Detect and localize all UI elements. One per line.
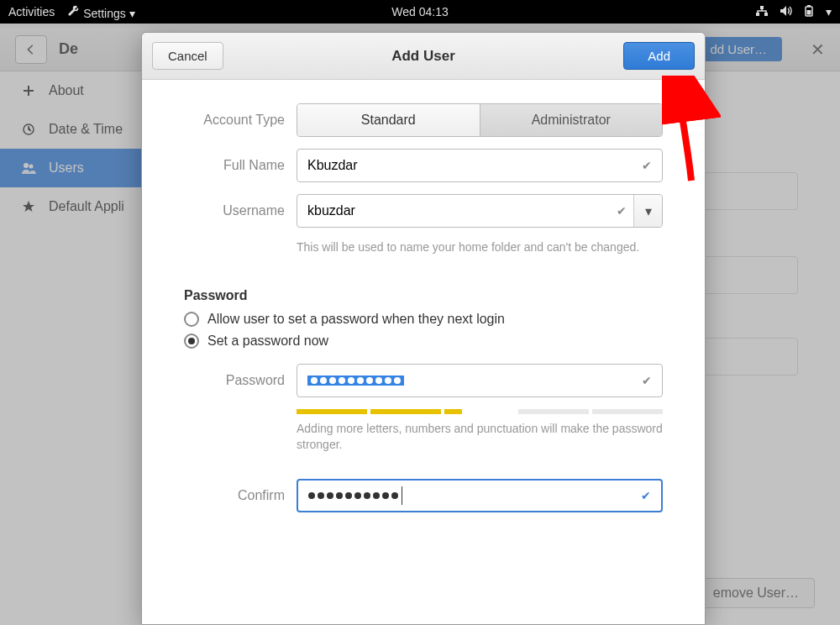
network-icon[interactable] — [755, 4, 769, 20]
gnome-top-bar: Activities Settings ▾ Wed 04:13 ▾ — [0, 0, 840, 24]
clock[interactable]: Wed 04:13 — [391, 5, 448, 18]
add-button[interactable]: Add — [623, 42, 695, 70]
radio-next-login[interactable] — [184, 312, 199, 327]
system-menu-chevron-icon[interactable]: ▾ — [826, 5, 832, 18]
username-input[interactable]: ✔ ▾ — [297, 194, 663, 228]
password-section-title: Password — [184, 288, 663, 303]
confirm-value — [308, 492, 398, 499]
confirm-label: Confirm — [184, 488, 285, 503]
chevron-down-icon: ▾ — [129, 7, 135, 20]
confirm-input[interactable]: ✔ — [297, 479, 663, 512]
settings-menu[interactable]: Settings ▾ — [66, 4, 134, 20]
svg-rect-2 — [760, 6, 764, 9]
full-name-label: Full Name — [184, 158, 285, 173]
password-strength-bar — [297, 409, 663, 414]
dialog-title: Add User — [391, 48, 455, 65]
activities-button[interactable]: Activities — [8, 5, 55, 18]
password-value — [307, 376, 404, 386]
add-user-dialog: Cancel Add User Add Account Type Standar… — [141, 32, 706, 625]
settings-menu-label: Settings — [83, 7, 126, 20]
username-dropdown[interactable]: ▾ — [633, 195, 662, 227]
password-input[interactable]: ✔ — [297, 364, 663, 397]
dialog-header: Cancel Add User Add — [142, 33, 705, 80]
username-label: Username — [184, 203, 285, 218]
text-caret — [402, 486, 402, 505]
battery-icon[interactable] — [802, 4, 816, 20]
svg-rect-0 — [756, 13, 759, 16]
check-icon: ✔ — [642, 374, 652, 387]
radio-next-login-label: Allow user to set a password when they n… — [207, 312, 505, 327]
password-label: Password — [184, 373, 285, 388]
full-name-input[interactable]: ✔ — [297, 149, 663, 182]
svg-rect-5 — [807, 10, 811, 15]
account-type-standard[interactable]: Standard — [297, 104, 480, 136]
cancel-button[interactable]: Cancel — [152, 42, 223, 70]
volume-icon[interactable] — [779, 4, 792, 20]
radio-set-now-label: Set a password now — [207, 334, 328, 349]
svg-rect-1 — [764, 13, 768, 16]
account-type-label: Account Type — [184, 113, 285, 128]
svg-rect-4 — [807, 5, 811, 7]
account-type-administrator[interactable]: Administrator — [480, 104, 663, 136]
radio-set-now-row[interactable]: Set a password now — [184, 334, 663, 349]
radio-set-now[interactable] — [184, 334, 199, 349]
account-type-toggle[interactable]: Standard Administrator — [297, 103, 663, 137]
username-field[interactable] — [307, 203, 610, 218]
check-icon: ✔ — [642, 159, 652, 172]
wrench-icon — [66, 4, 80, 20]
check-icon: ✔ — [617, 204, 627, 218]
username-help-text: This will be used to name your home fold… — [297, 239, 663, 256]
password-help-text: Adding more letters, numbers and punctua… — [297, 421, 663, 454]
check-icon: ✔ — [641, 489, 651, 502]
radio-next-login-row[interactable]: Allow user to set a password when they n… — [184, 312, 663, 327]
dialog-body: Account Type Standard Administrator Full… — [142, 80, 705, 624]
full-name-field[interactable] — [307, 158, 635, 173]
